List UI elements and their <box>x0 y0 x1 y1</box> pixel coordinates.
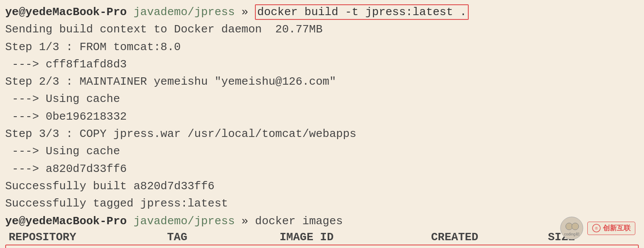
svg-text:®: ® <box>595 226 598 231</box>
coding-logo-svg: coding初 <box>560 216 584 240</box>
line-6: ---> Using cache <box>5 90 639 108</box>
brand-icon-svg: ® <box>592 224 601 232</box>
prompt-arrow-2: » <box>235 215 255 228</box>
command-highlight-1: docker build -t jpress:latest . <box>255 4 469 20</box>
line-2: Sending build context to Docker daemon 2… <box>5 21 639 38</box>
line-9: ---> Using cache <box>5 143 639 160</box>
table-header-row: REPOSITORY TAG IMAGE ID CREATED SIZE <box>5 231 639 244</box>
coding-logo: coding初 <box>560 216 584 240</box>
table-data-row-0: jpress latest a820d7d33ff6 55 seconds ag… <box>5 245 639 248</box>
prompt-user-2: ye@yedeMacBook-Pro <box>5 215 127 228</box>
svg-text:coding初: coding初 <box>564 232 580 236</box>
chuangxin-badge: ® 创新互联 <box>587 222 635 235</box>
svg-point-2 <box>572 223 579 230</box>
prompt-user-1: ye@yedeMacBook-Pro <box>5 6 127 19</box>
col-header-tag: TAG <box>167 231 280 244</box>
line-10: ---> a820d7d33ff6 <box>5 160 639 178</box>
table-section: REPOSITORY TAG IMAGE ID CREATED SIZE jpr… <box>5 231 639 248</box>
line-13: ye@yedeMacBook-Pro javademo/jpress » doc… <box>5 213 639 230</box>
brand-label: 创新互联 <box>603 224 631 233</box>
line-12: Successfully tagged jpress:latest <box>5 195 639 212</box>
prompt-path-2: javademo/jpress <box>127 215 235 228</box>
command-2: docker images <box>255 215 343 228</box>
line-11: Successfully built a820d7d33ff6 <box>5 178 639 195</box>
line-1: ye@yedeMacBook-Pro javademo/jpress » doc… <box>5 3 639 21</box>
watermark-area: coding初 ® 创新互联 <box>560 216 635 240</box>
col-header-repo: REPOSITORY <box>7 231 167 244</box>
col-header-created: CREATED <box>431 231 548 244</box>
line-5: Step 2/3 : MAINTAINER yemeishu "yemeishu… <box>5 73 639 90</box>
line-3: Step 1/3 : FROM tomcat:8.0 <box>5 38 639 56</box>
terminal-container: ye@yedeMacBook-Pro javademo/jpress » doc… <box>0 0 644 248</box>
col-header-imageid: IMAGE ID <box>280 231 431 244</box>
line-8: Step 3/3 : COPY jpress.war /usr/local/to… <box>5 125 639 143</box>
prompt-path-1: javademo/jpress <box>127 6 235 19</box>
prompt-arrow-1: » <box>235 6 255 19</box>
line-4: ---> cff8f1afd8d3 <box>5 56 639 73</box>
line-7: ---> 0be196218332 <box>5 108 639 125</box>
